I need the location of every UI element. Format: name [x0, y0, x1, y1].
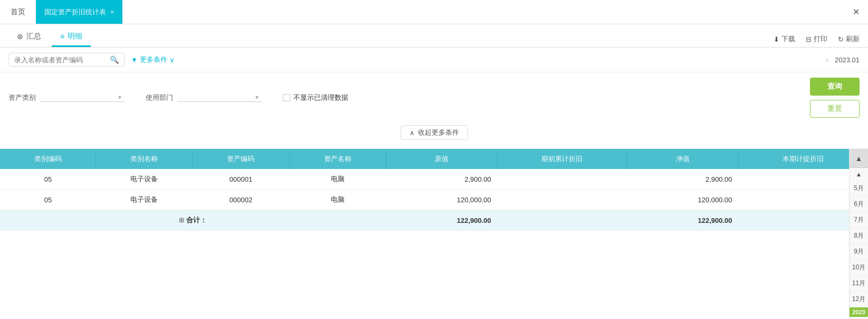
scroll-up[interactable]: ▲	[850, 168, 869, 181]
filter-row-1: 资产类别 ▼ 使用部门 ▼ 不显示已清理数据 查询 重置	[8, 78, 860, 118]
cell-current	[739, 169, 868, 190]
filter-icon: ▼	[131, 56, 138, 64]
collapse-label: 收起更多条件	[418, 128, 459, 137]
cell-original: 2,900.00	[386, 169, 498, 190]
cell-asset-code: 000002	[193, 190, 289, 210]
total-label: ⊞合计：	[0, 210, 386, 231]
expand-arrow[interactable]: ›	[826, 56, 828, 64]
reset-button[interactable]: 重置	[810, 100, 860, 118]
total-original: 122,900.00	[386, 210, 498, 231]
cell-current	[739, 190, 868, 210]
cell-code: 05	[0, 190, 96, 210]
detail-icon: ≡	[60, 32, 64, 41]
home-nav[interactable]: 首页	[0, 0, 36, 24]
tab-summary[interactable]: ⊛ 汇总	[8, 27, 50, 47]
print-label: 打印	[814, 34, 827, 44]
hide-cleared-checkbox[interactable]	[283, 94, 290, 101]
tab-close-icon[interactable]: ×	[110, 8, 114, 16]
col-net-value: 净值	[627, 149, 739, 169]
content-area: 类别编码 类别名称 资产编码 资产名称 原值 期初累计折旧 净值 本期计提折旧 …	[0, 149, 868, 319]
main-content: 类别编码 类别名称 资产编码 资产名称 原值 期初累计折旧 净值 本期计提折旧 …	[0, 149, 868, 319]
month-12[interactable]: 12月	[850, 292, 868, 307]
filter-area: 资产类别 ▼ 使用部门 ▼ 不显示已清理数据 查询 重置 ∧ 收起更多条件	[0, 72, 868, 149]
hide-cleared-label: 不显示已清理数据	[293, 93, 348, 102]
sidebar-up-arrow[interactable]: ▲	[850, 149, 869, 168]
month-8[interactable]: 8月	[850, 228, 868, 244]
category-arrow: ▼	[117, 95, 122, 100]
month-9[interactable]: 9月	[850, 244, 868, 260]
cell-asset-name: 电脑	[289, 169, 386, 190]
col-original: 原值	[386, 149, 498, 169]
search-icon: 🔍	[110, 55, 119, 64]
cell-category: 电子设备	[96, 190, 193, 210]
toolbar-right: ⬇ 下载 ⊟ 打印 ↻ 刷新	[774, 34, 860, 47]
search-bar: 🔍 ▼ 更多条件 ∨ › 2023.01	[0, 48, 868, 72]
hide-cleared-field: 不显示已清理数据	[283, 93, 348, 102]
query-button[interactable]: 查询	[810, 78, 860, 96]
download-icon: ⬇	[774, 35, 779, 43]
download-button[interactable]: ⬇ 下载	[774, 34, 795, 44]
category-label: 资产类别	[8, 93, 36, 102]
active-tab[interactable]: 固定资产折旧统计表 ×	[36, 0, 122, 24]
tab-detail[interactable]: ≡ 明细	[52, 27, 91, 47]
right-arrow-icon: ›	[826, 56, 828, 64]
filter-buttons: 查询 重置	[810, 78, 860, 118]
total-current	[739, 210, 868, 231]
total-net: 122,900.00	[627, 210, 739, 231]
table-row: 05 电子设备 000001 电脑 2,900.00 2,900.00	[0, 169, 868, 190]
month-5[interactable]: 5月	[850, 181, 868, 196]
tab-summary-label: 汇总	[26, 32, 41, 41]
filter-label: 更多条件	[140, 55, 167, 64]
department-select[interactable]: ▼	[177, 93, 262, 102]
cell-net: 120,000.00	[627, 190, 739, 210]
refresh-label: 刷新	[846, 34, 860, 44]
refresh-icon: ↻	[838, 35, 844, 43]
department-arrow: ▼	[254, 95, 260, 100]
cell-asset-name: 电脑	[289, 190, 386, 210]
cell-asset-code: 000001	[193, 169, 289, 190]
collapse-button[interactable]: ∧ 收起更多条件	[400, 125, 468, 140]
cell-accum	[498, 169, 627, 190]
category-select[interactable]: ▼	[40, 93, 125, 102]
total-accum	[498, 210, 627, 231]
department-label: 使用部门	[146, 93, 173, 102]
cell-accum	[498, 190, 627, 210]
month-11[interactable]: 11月	[850, 276, 868, 292]
col-accum-depreciation: 期初累计折旧	[498, 149, 627, 169]
cell-code: 05	[0, 169, 96, 190]
summary-icon: ⊛	[17, 32, 23, 41]
print-icon: ⊟	[806, 35, 812, 43]
col-asset-name: 资产名称	[289, 149, 386, 169]
category-filter: 资产类别 ▼	[8, 93, 125, 102]
sub-tab-bar: ⊛ 汇总 ≡ 明细 ⬇ 下载 ⊟ 打印 ↻ 刷新	[0, 24, 868, 48]
cell-category: 电子设备	[96, 169, 193, 190]
print-button[interactable]: ⊟ 打印	[806, 34, 827, 44]
month-10[interactable]: 10月	[850, 260, 868, 276]
table-header-row: 类别编码 类别名称 资产编码 资产名称 原值 期初累计折旧 净值 本期计提折旧	[0, 149, 868, 169]
more-filters-button[interactable]: ▼ 更多条件 ∨	[131, 55, 175, 64]
date-label: 2023.01	[835, 56, 860, 64]
cell-net: 2,900.00	[627, 169, 739, 190]
window-close-button[interactable]: ✕	[853, 7, 860, 17]
cell-original: 120,000.00	[386, 190, 498, 210]
table-wrap: 类别编码 类别名称 资产编码 资产名称 原值 期初累计折旧 净值 本期计提折旧 …	[0, 149, 868, 319]
right-sidebar: ▲ ▲ 5月 6月 7月 8月 9月 10月 11月 12月 2023	[849, 149, 868, 319]
col-category-name: 类别名称	[96, 149, 193, 169]
col-asset-code: 资产编码	[193, 149, 289, 169]
month-6[interactable]: 6月	[850, 196, 868, 212]
search-input-wrap: 🔍	[8, 53, 125, 67]
active-tab-label: 固定资产折旧统计表	[44, 7, 106, 17]
home-label: 首页	[11, 7, 25, 17]
refresh-button[interactable]: ↻ 刷新	[838, 34, 860, 44]
col-current-depreciation: 本期计提折旧	[739, 149, 868, 169]
collapse-row: ∧ 收起更多条件	[8, 122, 860, 143]
total-row: ⊞合计： 122,900.00 122,900.00	[0, 210, 868, 231]
search-input[interactable]	[14, 56, 106, 64]
filter-chevron: ∨	[169, 56, 175, 64]
col-category-code: 类别编码	[0, 149, 96, 169]
year-badge: 2023	[850, 307, 868, 317]
month-7[interactable]: 7月	[850, 212, 868, 228]
tab-detail-label: 明细	[68, 32, 82, 41]
download-label: 下载	[781, 34, 795, 44]
department-filter: 使用部门 ▼	[146, 93, 262, 102]
